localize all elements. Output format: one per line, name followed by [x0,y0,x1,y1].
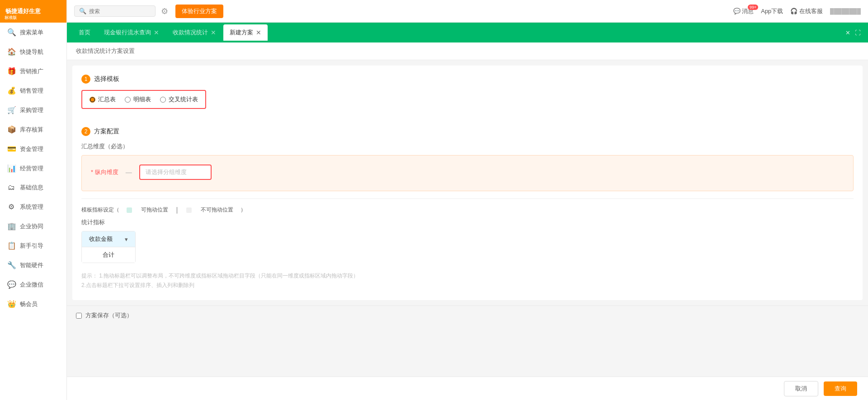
search-box[interactable]: 🔍 [74,5,156,17]
fixed-dot [186,207,192,213]
save-label[interactable]: 方案保存（可选） [85,311,132,320]
section2-title: 方案配置 [94,127,119,136]
sidebar-item-base-info[interactable]: 🗂基础信息 [0,178,66,197]
sidebar-item-enterprise[interactable]: 🏢企业协同 [0,216,66,236]
draggable-dot [127,207,132,213]
sidebar-item-operations[interactable]: 📊经营管理 [0,159,66,178]
vertical-dim-label: * 纵向维度 [91,168,118,176]
weixin-icon: 💬 [7,280,15,289]
sidebar-item-smart-hw[interactable]: 🔧智能硬件 [0,255,66,275]
logo-text: 畅捷通好生意 [5,7,41,15]
tab-bank-flow[interactable]: 现金银行流水查询✕ [98,24,165,41]
sidebar-item-label: 资金管理 [20,145,43,153]
search-input[interactable] [89,8,152,14]
section1-title: 选择模板 [94,75,119,83]
dimension-label: 汇总维度（必选） [81,142,854,151]
sidebar-item-label: 经营管理 [20,165,43,173]
radio-summary-label[interactable]: 汇总表 [98,95,116,104]
sidebar-item-member[interactable]: 👑畅会员 [0,294,66,314]
dimension-placeholder: 请选择分组维度 [146,169,187,175]
sidebar-item-label: 基础信息 [20,184,43,192]
sidebar-item-finance[interactable]: 💳资金管理 [0,139,66,159]
member-icon: 👑 [7,300,15,308]
user-name[interactable]: ████████ [830,8,861,14]
radio-cross-label[interactable]: 交叉统计表 [169,95,198,104]
section2-header: 2 方案配置 [81,127,854,136]
hint-text: 提示： 1.拖动标题栏可以调整布局，不可跨维度或指标区域拖动栏目字段（只能在同一… [81,272,854,289]
sidebar-item-inventory[interactable]: 📦库存核算 [0,120,66,139]
dimension-area: * 纵向维度 — 请选择分组维度 [81,155,854,191]
metrics-section: 模板指标设定（ 可拖动位置 │ 不可拖动位置 ） 统计指标 收款金额 ▾ [81,206,854,263]
tab-close-collect-stat[interactable]: ✕ [211,29,216,36]
sidebar-item-label: 企业协同 [20,222,43,231]
marketing-icon: 🎁 [7,67,15,75]
tab-close-new-plan[interactable]: ✕ [256,29,261,36]
sidebar-item-label: 销售管理 [20,87,43,95]
notify-bell[interactable]: 💬 消息 99+ [733,7,754,15]
topbar: 🔍 ⚙ 体验行业方案 💬 消息 99+ App下载 🎧 在线客服 ███████… [67,0,868,23]
tabbar-right: ✕ ⛶ [845,29,861,36]
metrics-header-text: 收款金额 [89,235,113,243]
tab-new-plan[interactable]: 新建方案✕ [223,24,268,41]
query-button[interactable]: 查询 [824,381,857,396]
radio-cross[interactable]: 交叉统计表 [160,95,198,104]
enterprise-icon: 🏢 [7,222,15,231]
window-close-icon[interactable]: ✕ [845,29,850,36]
arrow-icon: — [126,169,132,176]
sidebar-item-weixin[interactable]: 💬企业微信 [0,275,66,294]
tab-label-bank-flow: 现金银行流水查询 [104,28,151,37]
dimension-select[interactable]: 请选择分组维度 [139,165,212,180]
radio-summary[interactable]: 汇总表 [90,95,116,104]
tab-home[interactable]: 首页 [72,24,97,41]
sidebar-item-marketing[interactable]: 🎁营销推广 [0,61,66,81]
draggable-label: 可拖动位置 [141,206,168,214]
sidebar-item-sales[interactable]: 💰销售管理 [0,81,66,100]
tab-label-collect-stat: 收款情况统计 [173,28,208,37]
sidebar: 畅捷通好生意 标准版 🔍搜索菜单🏠快捷导航🎁营销推广💰销售管理🛒采购管理📦库存核… [0,0,67,400]
divider1 [81,198,854,199]
tab-collect-stat[interactable]: 收款情况统计✕ [166,24,222,41]
sales-icon: 💰 [7,86,15,95]
page-header: 收款情况统计方案设置 [67,42,868,60]
finance-icon: 💳 [7,145,15,153]
metrics-header[interactable]: 收款金额 ▾ [82,231,135,247]
form-panel: 1 选择模板 汇总表 明细表 交叉统计表 [72,66,863,300]
operations-icon: 📊 [7,164,15,173]
sidebar-item-label: 搜索菜单 [20,28,43,37]
tab-close-bank-flow[interactable]: ✕ [154,29,159,36]
section2-number: 2 [81,127,90,136]
sidebar-item-purchase[interactable]: 🛒采购管理 [0,100,66,120]
section1-header: 1 选择模板 [81,75,854,84]
metrics-section-title: 模板指标设定（ [81,206,119,214]
hint1: 提示： 1.拖动标题栏可以调整布局，不可跨维度或指标区域拖动栏目字段（只能在同一… [81,272,854,280]
tab-label-new-plan: 新建方案 [230,28,253,37]
sidebar-item-label: 采购管理 [20,106,43,114]
sidebar-item-label: 畅会员 [20,300,38,308]
close-paren: ） [241,206,246,214]
settings-icon[interactable]: ⚙ [161,6,168,16]
metrics-legend: 模板指标设定（ 可拖动位置 │ 不可拖动位置 ） [81,206,854,214]
metrics-cell: 合计 [82,247,135,263]
sidebar-item-search-menu[interactable]: 🔍搜索菜单 [0,23,66,42]
online-service[interactable]: 🎧 在线客服 [790,7,823,15]
sidebar-item-quick-nav[interactable]: 🏠快捷导航 [0,42,66,61]
cancel-button[interactable]: 取消 [784,381,818,396]
window-expand-icon[interactable]: ⛶ [855,29,861,36]
sidebar-item-label: 新手引导 [20,242,43,250]
trial-button[interactable]: 体验行业方案 [175,5,223,18]
sidebar-item-system[interactable]: ⚙系统管理 [0,197,66,216]
search-menu-icon: 🔍 [7,28,15,37]
radio-detail-label[interactable]: 明细表 [133,95,151,104]
app-download[interactable]: App下载 [761,7,783,15]
notify-badge: 99+ [748,5,758,10]
save-checkbox[interactable] [76,313,82,319]
main-area: 🔍 ⚙ 体验行业方案 💬 消息 99+ App下载 🎧 在线客服 ███████… [67,0,868,400]
dropdown-icon[interactable]: ▾ [125,236,128,243]
separator: │ [175,207,179,213]
footer-bar: 取消 查询 [67,376,868,400]
radio-detail[interactable]: 明细表 [125,95,151,104]
config-section: 汇总维度（必选） * 纵向维度 — 请选择分组维度 模板指标设定（ [81,142,854,289]
sidebar-item-label: 库存核算 [20,126,43,134]
template-section: 汇总表 明细表 交叉统计表 [81,90,206,109]
sidebar-item-guide[interactable]: 📋新手引导 [0,236,66,255]
